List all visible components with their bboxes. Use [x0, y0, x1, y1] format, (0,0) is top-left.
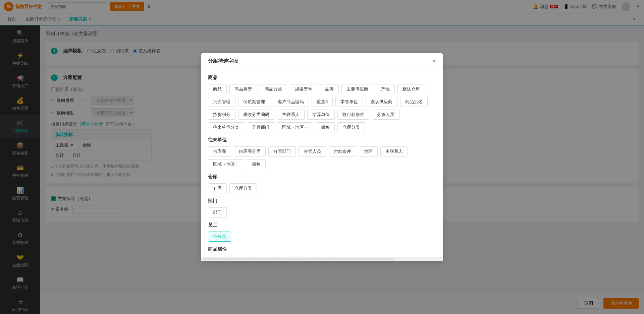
field-chip[interactable]: 仓库 — [208, 183, 227, 193]
field-chip-employee[interactable]: 业务员 — [208, 232, 231, 242]
field-chip[interactable]: 商品别名 — [400, 97, 428, 107]
field-chip[interactable]: 部门 — [208, 207, 227, 217]
field-chip[interactable]: 商品分类 — [260, 84, 287, 94]
department-fields: 部门 — [208, 207, 436, 217]
field-chip[interactable]: 保质期管理 — [238, 97, 270, 107]
field-chip[interactable]: 产地 — [376, 84, 395, 94]
field-chip[interactable]: 商品 — [208, 84, 227, 94]
field-chip[interactable]: 税收分类编码 — [238, 110, 274, 120]
dialog-h-scrollbar-thumb — [203, 258, 394, 260]
field-chip[interactable]: 默认仓库 — [397, 84, 425, 94]
section-title-partner: 往来单位 — [208, 137, 436, 143]
field-chip[interactable]: 简称 — [247, 159, 266, 169]
field-chip[interactable]: 分管人员 — [372, 110, 399, 120]
field-chip[interactable]: 规格型号 — [290, 84, 317, 94]
section-title-warehouse: 仓库 — [208, 174, 436, 180]
field-chip[interactable]: 供应商 — [208, 146, 231, 156]
section-title-product-attr: 商品属性 — [208, 246, 436, 252]
field-chip[interactable]: 结算单位 — [307, 110, 335, 120]
section-title-product: 商品 — [208, 75, 436, 81]
field-chip[interactable]: 区域（地区） — [208, 159, 244, 169]
field-chip[interactable]: 拣货积分 — [208, 110, 235, 120]
field-chip[interactable]: 仓库分类 — [229, 183, 257, 193]
field-chip[interactable]: 区域（地区） — [277, 122, 313, 132]
partner-fields: 供应商 供应商分类 分管部门 分管人员 付款条件 地区 主联系人 区域（地区） … — [208, 146, 436, 169]
field-chip[interactable]: 收付款条件 — [337, 110, 369, 120]
field-chip[interactable]: 主联系人 — [380, 146, 408, 156]
field-chip[interactable]: 品牌 — [320, 84, 339, 94]
dialog-h-scrollbar[interactable] — [201, 257, 443, 261]
dialog-header: 分组待选字段 × — [201, 53, 443, 69]
field-chip[interactable]: 往来单位分类 — [208, 122, 244, 132]
field-chip[interactable]: 重量3 — [312, 97, 333, 107]
field-select-dialog: 分组待选字段 × 商品 商品 商品类型 商品分类 规格型号 品牌 主要供应商 产… — [201, 53, 443, 261]
field-chip[interactable]: 分管部门 — [247, 122, 274, 132]
field-chip[interactable]: 批次管理 — [208, 97, 235, 107]
field-chip[interactable]: 主要供应商 — [341, 84, 373, 94]
field-chip[interactable]: 主联系人 — [277, 110, 305, 120]
dialog-body[interactable]: 商品 商品 商品类型 商品分类 规格型号 品牌 主要供应商 产地 默认仓库 批次… — [201, 69, 443, 257]
field-chip[interactable]: 供应商分类 — [234, 146, 266, 156]
product-fields: 商品 商品类型 商品分类 规格型号 品牌 主要供应商 产地 默认仓库 批次管理 … — [208, 84, 436, 132]
field-chip[interactable]: 零售单位 — [335, 97, 363, 107]
section-title-employee: 员工 — [208, 222, 436, 228]
modal-overlay: 分组待选字段 × 商品 商品 商品类型 商品分类 规格型号 品牌 主要供应商 产… — [0, 0, 644, 314]
field-chip[interactable]: 商品类型 — [229, 84, 257, 94]
warehouse-fields: 仓库 仓库分类 — [208, 183, 436, 193]
field-chip[interactable]: 仓库分类 — [337, 122, 365, 132]
field-chip[interactable]: 分管人员 — [299, 146, 326, 156]
dialog-title: 分组待选字段 — [208, 58, 238, 64]
field-chip[interactable]: 分管部门 — [268, 146, 296, 156]
field-chip[interactable]: 默认供应商 — [366, 97, 397, 107]
section-title-department: 部门 — [208, 198, 436, 204]
field-chip[interactable]: 地区 — [359, 146, 378, 156]
field-chip[interactable]: 简称 — [316, 122, 335, 132]
field-chip[interactable]: 客户商品编码 — [273, 97, 309, 107]
employee-fields: 业务员 — [208, 232, 436, 242]
field-chip[interactable]: 付款条件 — [329, 146, 356, 156]
dialog-close-button[interactable]: × — [432, 58, 436, 64]
